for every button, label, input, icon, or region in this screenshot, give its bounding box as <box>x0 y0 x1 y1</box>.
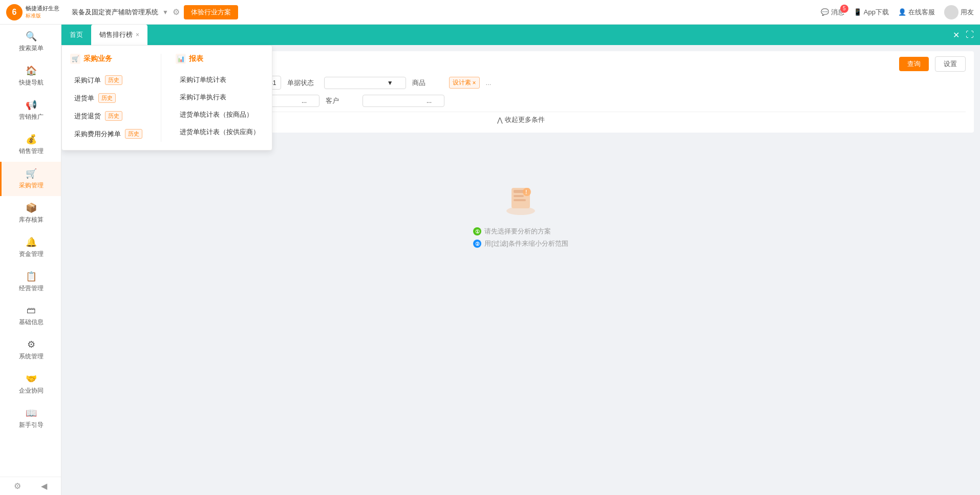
sidebar-item-search[interactable]: 🔍 搜索菜单 <box>0 25 61 59</box>
top-bar: 6 畅捷通好生意 标准版 装备及固定资产辅助管理系统 ▼ ⚙ 体验行业方案 💬 … <box>0 0 980 25</box>
sidebar-bottom: ⚙ ◀ <box>0 477 61 495</box>
history-tag-1: 历史 <box>98 93 116 103</box>
logo-area: 6 畅捷通好生意 标准版 <box>6 4 68 20</box>
goods-label: 商品 <box>412 78 443 88</box>
sidebar-item-purchase[interactable]: 🛒 采购管理 <box>0 162 61 196</box>
guide-icon: 📖 <box>26 407 37 419</box>
sidebar-item-guide[interactable]: 📖 新手引导 <box>0 401 61 436</box>
sidebar-collapse-btn[interactable]: ◀ <box>41 481 47 491</box>
marketing-icon: 📢 <box>26 99 37 111</box>
sidebar-item-enterprise[interactable]: 🤝 企业协同 <box>0 367 61 401</box>
history-tag-0: 历史 <box>105 75 122 85</box>
status-label: 单据状态 <box>287 78 318 88</box>
logo-text: 畅捷通好生意 标准版 <box>26 5 59 19</box>
sidebar-item-inventory[interactable]: 📦 库存核算 <box>0 196 61 230</box>
app-container: 6 畅捷通好生意 标准版 装备及固定资产辅助管理系统 ▼ ⚙ 体验行业方案 💬 … <box>0 0 980 495</box>
dropdown-purchase-order-stats[interactable]: 采购订单统计表 <box>176 72 264 88</box>
empty-state: ! ① 请先选择要分析的方案 ② 用[过滤]条件来缩小分析范围 <box>68 137 974 289</box>
sidebar-item-finance[interactable]: 🔔 资金管理 <box>0 230 61 265</box>
history-tag-3: 历史 <box>125 129 142 139</box>
home-icon: 🏠 <box>26 65 37 76</box>
goods-tag-close[interactable]: × <box>473 79 476 87</box>
status-select[interactable]: ▼ <box>324 77 406 89</box>
collapse-btn[interactable]: ⋀ 收起更多条件 <box>494 112 548 127</box>
main-area: 🔍 搜索菜单 🏠 快捷导航 📢 营销推广 💰 销售管理 🛒 采购管理 📦 <box>0 25 980 495</box>
purchase-col-icon: 🛒 <box>70 54 80 64</box>
sidebar-item-operations[interactable]: 📋 经营管理 <box>0 265 61 299</box>
sidebar-item-marketing[interactable]: 📢 营销推广 <box>0 93 61 127</box>
sidebar-settings-btn[interactable]: ⚙ <box>14 481 21 491</box>
message-icon: 💬 <box>821 8 829 16</box>
system-icon: ⚙ <box>27 339 35 350</box>
query-btn[interactable]: 查询 <box>899 57 929 71</box>
dropdown-purchase-fee[interactable]: 采购费用分摊单 历史 <box>70 126 146 142</box>
sidebar-item-basic[interactable]: 🗃 基础信息 <box>0 299 61 333</box>
user-btn[interactable]: 用友 <box>944 5 974 19</box>
top-right: 💬 消息 5 📱 App下载 👤 在线客服 用友 <box>821 5 974 19</box>
empty-illustration: ! <box>500 178 541 219</box>
phone-icon: 📱 <box>854 8 862 16</box>
settings-btn[interactable]: 设置 <box>935 56 966 72</box>
avatar <box>944 5 958 19</box>
tab-maximize-btn[interactable]: ⛶ <box>964 28 976 41</box>
customer-ellipsis: ... <box>427 97 432 104</box>
dropdown-purchase-order[interactable]: 采购订单 历史 <box>70 72 146 88</box>
sidebar: 🔍 搜索菜单 🏠 快捷导航 📢 营销推广 💰 销售管理 🛒 采购管理 📦 <box>0 25 61 495</box>
empty-tip-1: ① 请先选择要分析的方案 <box>473 227 568 236</box>
status-dropdown-icon: ▼ <box>387 79 393 87</box>
history-tag-2: 历史 <box>105 111 122 121</box>
tab-bar-right: ✕ ⛶ <box>951 28 980 42</box>
system-title: 装备及固定资产辅助管理系统 <box>72 8 158 17</box>
report-col: 📊 报表 采购订单统计表 采购订单执行表 进货单统计表（按商品） 进货单统计表（… <box>176 54 264 142</box>
system-title-area: 装备及固定资产辅助管理系统 ▼ ⚙ 体验行业方案 <box>72 5 821 19</box>
operations-icon: 📋 <box>26 271 37 282</box>
tab-bar: 首页 销售排行榜 × ✕ ⛶ <box>61 25 980 45</box>
dropdown-goods-return[interactable]: 进货退货 历史 <box>70 108 146 124</box>
tab-home[interactable]: 首页 <box>61 25 91 45</box>
customer-select[interactable]: ... <box>363 95 444 107</box>
service-icon: 👤 <box>898 8 906 16</box>
dropdown-goods-stats-by-goods[interactable]: 进货单统计表（按商品） <box>176 107 264 122</box>
content-area: 首页 销售排行榜 × ✕ ⛶ ❓ <box>61 25 980 495</box>
goods-tag: 设计素 × <box>449 77 480 89</box>
sidebar-item-system[interactable]: ⚙ 系统管理 <box>0 333 61 367</box>
report-col-title: 📊 报表 <box>176 54 264 66</box>
message-btn[interactable]: 💬 消息 5 <box>821 8 844 17</box>
dropdown-purchase-order-exec[interactable]: 采购订单执行表 <box>176 90 264 105</box>
online-service-btn[interactable]: 👤 在线客服 <box>898 8 935 17</box>
report-col-icon: 📊 <box>176 54 186 64</box>
empty-tip-2: ② 用[过滤]条件来缩小分析范围 <box>473 239 568 248</box>
purchase-col-title: 🛒 采购业务 <box>70 54 146 66</box>
industry-btn[interactable]: 体验行业方案 <box>184 5 238 19</box>
dropdown-goods-receipt[interactable]: 进货单 历史 <box>70 90 146 106</box>
tab-sales-rank[interactable]: 销售排行榜 × <box>91 25 147 45</box>
tab-close-all-btn[interactable]: ✕ <box>951 28 962 42</box>
inventory-icon: 📦 <box>26 202 37 213</box>
collapse-up-icon: ⋀ <box>497 116 503 124</box>
svg-rect-3 <box>514 195 524 197</box>
purchase-col: 🛒 采购业务 采购订单 历史 进货单 历史 进货退货 历史 <box>70 54 146 142</box>
purchase-dropdown-menu: 🛒 采购业务 采购订单 历史 进货单 历史 进货退货 历史 <box>61 45 272 150</box>
logo-icon: 6 <box>6 4 23 20</box>
settings-icon[interactable]: ⚙ <box>173 7 180 17</box>
search-icon: 🔍 <box>26 31 37 42</box>
finance-icon: 🔔 <box>26 236 37 248</box>
dropdown-goods-stats-by-supplier[interactable]: 进货单统计表（按供应商） <box>176 124 264 140</box>
salesperson-ellipsis: ... <box>302 97 307 104</box>
purchase-icon: 🛒 <box>26 168 37 179</box>
system-title-dropdown[interactable]: ▼ <box>162 9 168 16</box>
message-badge: 5 <box>840 5 848 13</box>
svg-text:!: ! <box>525 189 527 195</box>
enterprise-icon: 🤝 <box>26 373 37 384</box>
sales-icon: 💰 <box>26 134 37 145</box>
goods-ellipsis[interactable]: ... <box>486 79 492 87</box>
basic-icon: 🗃 <box>27 305 36 316</box>
tab-close-btn[interactable]: × <box>136 31 139 38</box>
sidebar-item-quick[interactable]: 🏠 快捷导航 <box>0 59 61 93</box>
app-download-btn[interactable]: 📱 App下载 <box>854 8 889 17</box>
empty-tips: ① 请先选择要分析的方案 ② 用[过滤]条件来缩小分析范围 <box>473 227 568 248</box>
sidebar-item-sales[interactable]: 💰 销售管理 <box>0 127 61 162</box>
customer-label: 客户 <box>326 96 356 105</box>
tip1-dot: ① <box>473 227 481 235</box>
tip2-dot: ② <box>473 240 481 248</box>
